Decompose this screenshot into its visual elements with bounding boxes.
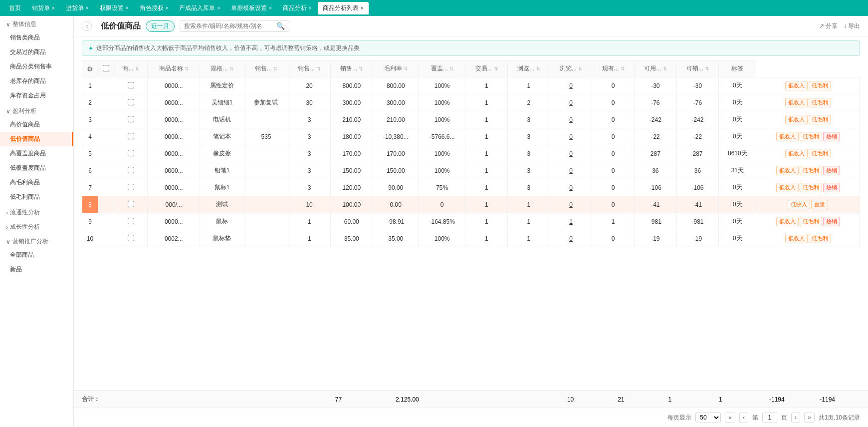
td-views1[interactable]: 0 xyxy=(550,230,592,247)
last-page-button[interactable]: » xyxy=(804,413,815,423)
views1-link[interactable]: 0 xyxy=(569,167,573,174)
nav-close-purchase[interactable]: × xyxy=(86,5,89,11)
sidebar-group-profit[interactable]: ∨ 盈利分析 xyxy=(0,103,73,117)
th-sales-qty[interactable]: 销售... ⇅ xyxy=(244,60,288,77)
td-checkbox[interactable] xyxy=(114,145,148,162)
sort-icon-available-stock[interactable]: ⇅ xyxy=(663,66,667,71)
td-checkbox[interactable] xyxy=(114,179,148,196)
th-saleable-stock[interactable]: 可销... ⇅ xyxy=(676,60,719,77)
sidebar-item-capital-usage[interactable]: 库存资金占用 xyxy=(0,88,73,103)
sidebar-item-new-products[interactable]: 新品 xyxy=(0,262,73,277)
sidebar-group-growth[interactable]: › 成长性分析 xyxy=(0,219,73,233)
sidebar-item-old-stock[interactable]: 老库存的商品 xyxy=(0,74,73,88)
sidebar-item-traded-products[interactable]: 交易过的商品 xyxy=(0,45,73,59)
sidebar-item-low-coverage[interactable]: 低覆盖度商品 xyxy=(0,161,73,175)
td-views1[interactable]: 0 xyxy=(550,94,592,111)
sidebar-group-circulation[interactable]: › 流通性分析 xyxy=(0,204,73,219)
collapse-sidebar-button[interactable]: « xyxy=(82,21,92,31)
th-margin[interactable]: 毛利率 ⇅ xyxy=(373,60,419,77)
row-checkbox[interactable] xyxy=(128,235,134,241)
td-views1[interactable]: 0 xyxy=(550,145,592,162)
th-sales-amount[interactable]: 销售... ⇅ xyxy=(288,60,331,77)
td-checkbox[interactable] xyxy=(114,230,148,247)
th-spec[interactable]: 规格... ⇅ xyxy=(200,60,244,77)
share-button[interactable]: ↗ 分享 xyxy=(819,22,838,30)
sort-icon-coverage[interactable]: ⇅ xyxy=(449,66,453,71)
sidebar-group-overall[interactable]: ∨ 整体信息 xyxy=(0,16,73,30)
row-checkbox[interactable] xyxy=(128,150,134,156)
sidebar-item-sales-products[interactable]: 销售类商品 xyxy=(0,30,73,45)
td-checkbox[interactable] xyxy=(114,162,148,179)
views1-link[interactable]: 0 xyxy=(569,201,573,208)
views1-link[interactable]: 0 xyxy=(569,133,573,140)
views1-link[interactable]: 0 xyxy=(569,235,573,242)
th-current-stock[interactable]: 现有... ⇅ xyxy=(592,60,635,77)
td-views1[interactable]: 0 xyxy=(550,111,592,128)
sort-icon-code[interactable]: ⇅ xyxy=(135,66,139,71)
th-available-stock[interactable]: 可用... ⇅ xyxy=(635,60,677,77)
search-icon[interactable]: 🔍 xyxy=(276,22,285,30)
td-checkbox[interactable] xyxy=(114,94,148,111)
sidebar-group-marketing[interactable]: ∨ 营销推广分析 xyxy=(0,233,73,248)
views1-link[interactable]: 0 xyxy=(569,150,573,157)
views1-link[interactable]: 0 xyxy=(569,184,573,191)
sort-icon-name[interactable]: ⇅ xyxy=(185,66,189,71)
search-input[interactable] xyxy=(184,22,273,29)
page-size-select[interactable]: 50 100 200 xyxy=(695,412,721,423)
td-views1[interactable]: 1 xyxy=(550,213,592,230)
th-views2[interactable]: 浏览... ⇅ xyxy=(550,60,592,77)
td-checkbox[interactable] xyxy=(114,128,148,145)
nav-close-sales[interactable]: × xyxy=(52,5,55,11)
row-checkbox[interactable] xyxy=(128,133,134,139)
td-views1[interactable]: 0 xyxy=(550,162,592,179)
settings-gear-button[interactable]: ⚙ xyxy=(87,65,93,73)
nav-product-analysis[interactable]: 商品分析 × xyxy=(278,2,317,14)
row-checkbox[interactable] xyxy=(128,201,134,207)
td-views1[interactable]: 0 xyxy=(550,196,592,213)
sort-icon-views1[interactable]: ⇅ xyxy=(536,66,540,71)
sidebar-item-high-margin[interactable]: 高毛利商品 xyxy=(0,175,73,190)
views1-link[interactable]: 1 xyxy=(569,218,573,225)
next-page-button[interactable]: › xyxy=(791,413,800,423)
nav-close-roles[interactable]: × xyxy=(166,5,169,11)
nav-close-permissions[interactable]: × xyxy=(126,5,129,11)
sidebar-item-low-value[interactable]: 低价值商品 xyxy=(0,132,73,146)
sidebar-item-all-products[interactable]: 全部商品 xyxy=(0,248,73,262)
nav-sales[interactable]: 销货单 × xyxy=(27,2,60,14)
th-views1[interactable]: 浏览... ⇅ xyxy=(508,60,550,77)
th-code[interactable]: 商... ⇅ xyxy=(114,60,148,77)
td-checkbox[interactable] xyxy=(114,196,148,213)
nav-purchase[interactable]: 进货单 × xyxy=(61,2,94,14)
sort-icon-spec[interactable]: ⇅ xyxy=(229,66,233,71)
nav-template[interactable]: 单据模板设置 × xyxy=(226,2,277,14)
nav-analysis-list[interactable]: 商品分析列表 × xyxy=(318,2,369,14)
views1-link[interactable]: 0 xyxy=(569,116,573,123)
row-checkbox[interactable] xyxy=(128,82,134,88)
page-number-input[interactable] xyxy=(762,413,777,423)
sort-icon-sales-qty[interactable]: ⇅ xyxy=(273,66,277,71)
export-button[interactable]: ↓ 导出 xyxy=(844,22,860,30)
th-name[interactable]: 商品名称 ⇅ xyxy=(148,60,200,77)
sidebar-item-high-coverage[interactable]: 高覆盖度商品 xyxy=(0,146,73,161)
row-checkbox[interactable] xyxy=(128,99,134,105)
nav-roles[interactable]: 角色授权 × xyxy=(135,2,174,14)
nav-close-template[interactable]: × xyxy=(269,5,272,11)
row-checkbox[interactable] xyxy=(128,218,134,224)
row-checkbox[interactable] xyxy=(128,116,134,122)
sort-icon-views2[interactable]: ⇅ xyxy=(578,66,582,71)
sort-icon-current-stock[interactable]: ⇅ xyxy=(621,66,625,71)
nav-close-analysis-list[interactable]: × xyxy=(361,5,364,11)
filter-recent-month-button[interactable]: 近一月 xyxy=(146,20,175,32)
views1-link[interactable]: 0 xyxy=(569,99,573,106)
sort-icon-transaction[interactable]: ⇅ xyxy=(494,66,498,71)
td-views1[interactable]: 0 xyxy=(550,77,592,94)
td-checkbox[interactable] xyxy=(114,111,148,128)
sidebar-item-category-rate[interactable]: 商品分类销售率 xyxy=(0,59,73,74)
first-page-button[interactable]: « xyxy=(725,413,735,423)
select-all-checkbox[interactable] xyxy=(103,65,109,71)
nav-product-stock[interactable]: 产成品入库单 × xyxy=(174,2,225,14)
row-checkbox[interactable] xyxy=(128,167,134,173)
sidebar-item-high-value[interactable]: 高价值商品 xyxy=(0,117,73,132)
th-transaction[interactable]: 交易... ⇅ xyxy=(465,60,508,77)
td-checkbox[interactable] xyxy=(114,77,148,94)
